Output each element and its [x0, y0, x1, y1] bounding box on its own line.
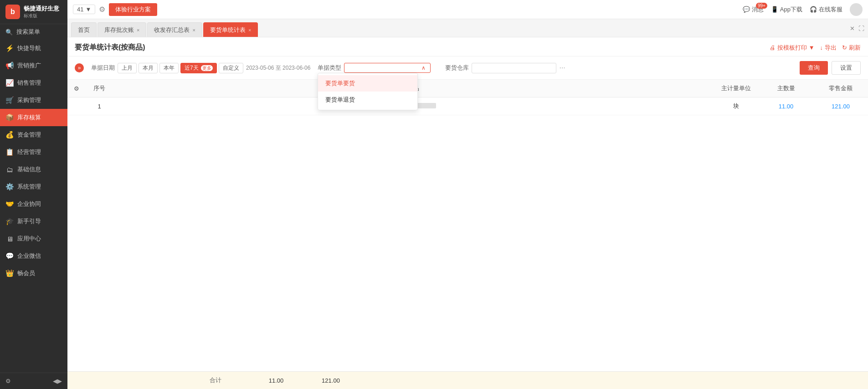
sidebar-item-guide[interactable]: 🎓 新手引导	[0, 213, 67, 230]
quick-nav-icon: ⚡	[5, 44, 14, 52]
industry-btn[interactable]: 体验行业方案	[109, 3, 157, 16]
query-btn[interactable]: 查询	[800, 61, 828, 75]
sidebar-item-label: 应用中心	[17, 235, 41, 243]
close-window-icon[interactable]: ✕	[850, 25, 855, 31]
sidebar-item-purchase[interactable]: 🛒 采购管理	[0, 92, 67, 109]
sidebar-item-label: 资金管理	[17, 131, 41, 139]
tab-inventory-batch-close[interactable]: ×	[137, 27, 139, 33]
refresh-icon: ↻	[842, 44, 847, 51]
headset-icon: 🎧	[810, 6, 817, 13]
date-btn-this-month[interactable]: 本月	[139, 63, 158, 73]
dropdown-item-order-return[interactable]: 要货单退货	[318, 92, 417, 108]
wechat-icon: 💬	[5, 252, 14, 260]
date-range-label: 2023-05-06 至 2023-06-06	[246, 64, 310, 72]
tab-home-label: 首页	[78, 26, 90, 34]
settings-bottom-icon[interactable]: ⚙	[5, 378, 11, 384]
sidebar-logo: b 畅捷通好生意 标准版	[0, 0, 67, 24]
search-icon: 🔍	[5, 29, 13, 36]
page-actions: 🖨 按模板打印 ▼ ↓ 导出 ↻ 刷新	[770, 44, 861, 52]
tab-order-stat[interactable]: 要货单统计表 ×	[203, 22, 258, 37]
member-icon: 👑	[5, 269, 14, 277]
sidebar-item-cooperation[interactable]: 🤝 企业协同	[0, 195, 67, 213]
sidebar-item-member[interactable]: 👑 畅会员	[0, 265, 67, 282]
message-item[interactable]: 💬 消息 99+	[743, 5, 764, 14]
date-btn-custom[interactable]: 自定义	[219, 63, 243, 73]
total-label: 合计	[210, 376, 221, 384]
type-select-arrow: ∧	[421, 65, 426, 71]
date-btn-last-month[interactable]: 上月	[118, 63, 137, 73]
print-action[interactable]: 🖨 按模板打印 ▼	[770, 44, 815, 52]
sidebar-item-label: 销售管理	[17, 79, 41, 87]
export-icon: ↓	[820, 44, 823, 51]
th-settings[interactable]: ⚙	[67, 80, 86, 97]
settings-btn[interactable]: 设置	[832, 61, 861, 75]
sidebar-item-basics[interactable]: 🗂 基础信息	[0, 161, 67, 178]
export-action[interactable]: ↓ 导出	[820, 44, 837, 52]
app-download-item[interactable]: 📱 App下载	[771, 5, 802, 14]
qty-link[interactable]: 11.00	[779, 103, 794, 110]
total-qty: 11.00	[249, 377, 303, 384]
collapse-icon[interactable]: ◀▶	[53, 378, 62, 384]
sidebar-item-finance[interactable]: 💰 资金管理	[0, 126, 67, 143]
tab-receive-summary[interactable]: 收发存汇总表 ×	[147, 22, 202, 37]
basics-icon: 🗂	[5, 165, 14, 174]
table-header-row: ⚙ 序号 商品 主计量单位 主数量 零售金额	[67, 80, 868, 97]
message-badge: 99+	[756, 3, 767, 9]
guide-icon: 🎓	[5, 217, 14, 225]
date-btn-this-year[interactable]: 本年	[159, 63, 179, 73]
online-service-item[interactable]: 🎧 在线客服	[810, 5, 842, 14]
sidebar-item-label: 基础信息	[17, 165, 41, 174]
sidebar-item-wechat[interactable]: 💬 企业微信	[0, 247, 67, 265]
date-btn-last-7days[interactable]: 近7天 更多	[180, 63, 217, 73]
tab-home[interactable]: 首页	[71, 22, 97, 37]
tab-receive-summary-label: 收发存汇总表	[154, 26, 190, 34]
th-amount: 零售金额	[813, 80, 868, 97]
topbar: 41 ▼ ⚙ 体验行业方案 💬 消息 99+ 📱 App下载 🎧 在线客服	[67, 0, 868, 19]
date-filter-group: 单据日期 上月 本月 本年 近7天 更多 自定义 2023-05-06 至 20…	[91, 63, 310, 73]
type-dropdown-menu: 要货单要货 要货单退货	[318, 73, 418, 110]
sidebar-item-label: 营销推广	[17, 61, 41, 70]
refresh-action[interactable]: ↻ 刷新	[842, 44, 861, 52]
sidebar-item-inventory[interactable]: 📦 库存核算	[0, 109, 67, 126]
fullscreen-icon[interactable]: ⛶	[858, 25, 864, 31]
finance-icon: 💰	[5, 131, 14, 139]
filter-expand-btn[interactable]: »	[75, 63, 84, 72]
logo-icon: b	[5, 5, 20, 19]
type-select[interactable]: ∧	[344, 63, 431, 73]
print-arrow-icon: ▼	[809, 44, 815, 51]
sidebar-item-quick-nav[interactable]: ⚡ 快捷导航	[0, 40, 67, 57]
tab-order-stat-close[interactable]: ×	[248, 27, 251, 33]
settings-gear-icon[interactable]: ⚙	[99, 5, 105, 14]
dropdown-item-order-purchase[interactable]: 要货单要货	[318, 75, 417, 92]
tab-receive-summary-close[interactable]: ×	[192, 27, 195, 33]
warehouse-more-icon[interactable]: ···	[559, 64, 565, 72]
tab-inventory-batch[interactable]: 库存批次账 ×	[98, 22, 146, 37]
type-filter-group: 单据类型 ∧ 要货单要货 要货单退货	[318, 63, 431, 73]
sidebar-item-system[interactable]: ⚙️ 系统管理	[0, 178, 67, 195]
filter-right-btns: 查询 设置	[800, 61, 861, 75]
date-filter-label: 单据日期	[91, 64, 115, 72]
sidebar-item-marketing[interactable]: 📢 营销推广	[0, 57, 67, 74]
user-avatar[interactable]	[850, 3, 863, 16]
filter-bar: » 单据日期 上月 本月 本年 近7天 更多 自定义 2023-05-06 至 …	[67, 56, 868, 80]
tabbar: 首页 库存批次账 × 收发存汇总表 × 要货单统计表 × ✕ ⛶	[67, 19, 868, 37]
marketing-icon: 📢	[5, 61, 14, 70]
row-no-cell: 1	[86, 97, 113, 115]
table-footer: 合计 11.00 121.00	[67, 371, 868, 389]
sales-icon: 📈	[5, 79, 14, 87]
sidebar-bottom: ⚙ ◀▶	[0, 373, 67, 389]
sidebar-item-label: 采购管理	[17, 96, 41, 104]
sidebar-item-label: 企业协同	[17, 200, 41, 208]
store-selector[interactable]: 41 ▼	[73, 5, 95, 14]
sidebar-search[interactable]: 🔍 搜索菜单	[0, 24, 67, 40]
sidebar-item-label: 经营管理	[17, 148, 41, 156]
cooperation-icon: 🤝	[5, 200, 14, 208]
sidebar-item-sales[interactable]: 📈 销售管理	[0, 74, 67, 92]
sidebar-item-app-center[interactable]: 🖥 应用中心	[0, 230, 67, 247]
amount-link[interactable]: 121.00	[832, 103, 850, 110]
warehouse-input[interactable]	[472, 63, 556, 73]
inventory-icon: 📦	[5, 113, 14, 122]
sidebar-item-operations[interactable]: 📋 经营管理	[0, 143, 67, 161]
logo-text: 畅捷通好生意 标准版	[24, 5, 59, 19]
sidebar-item-label: 库存核算	[17, 113, 41, 122]
